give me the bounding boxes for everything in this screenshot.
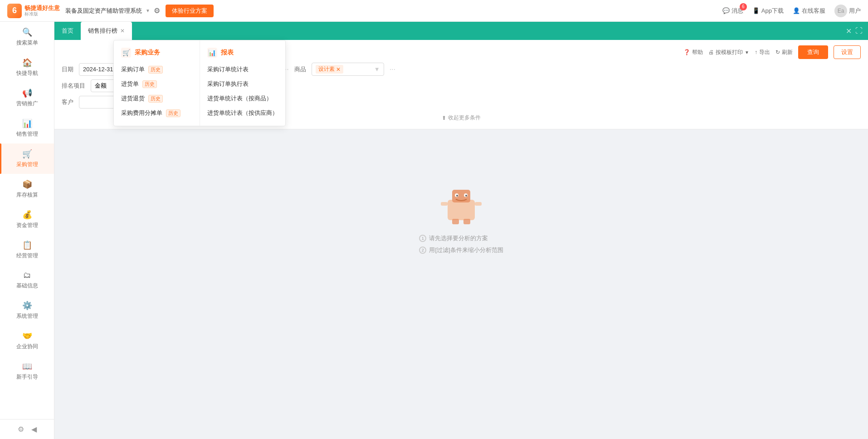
expense-badge: 历史 [166,109,180,117]
goods-select[interactable]: 设计素 ✕ ▼ [312,63,384,76]
main-layout: 🔍 搜索菜单 🏠 快捷导航 📢 营销推广 📊 销售管理 🛒 采购管理 📦 [0,22,868,439]
dropdown-item-expense[interactable]: 采购费用分摊单 历史 [114,106,200,120]
date-value: 2024-12-31 [83,66,113,73]
sidebar-item-purchase[interactable]: 🛒 采购管理 [0,143,54,174]
app-container: 6 畅捷通好生意 标准版 装备及固定资产辅助管理系统 ▼ ⚙ 体验行业方案 💬 … [0,0,868,439]
system-icon: ⚙️ [22,301,32,311]
system-dropdown-arrow[interactable]: ▼ [146,8,150,13]
cooperation-icon: 🤝 [22,331,32,341]
settings-btn[interactable]: 设置 [834,45,861,59]
sidebar-item-operations[interactable]: 📋 经营管理 [0,235,54,265]
sidebar-label-cooperation: 企业协同 [16,343,38,350]
sidebar-label-operations: 经营管理 [16,252,38,260]
print-icon: 🖨 [708,49,714,55]
inbound-badge: 历史 [142,80,157,88]
sidebar-label-marketing: 营销推广 [16,100,38,108]
sidebar-collapse-btn[interactable]: ◀ [29,423,39,435]
sidebar-label-basic-info: 基础信息 [16,282,38,290]
logo-line1: 畅捷通好生意 [24,5,60,12]
print-btn[interactable]: 🖨 按模板打印 ▼ [708,49,749,56]
tab-maximize-icon[interactable]: ⛶ [855,27,863,35]
inbound-stats-goods-label: 进货单统计表（按商品） [207,94,272,103]
print-dropdown-arrow[interactable]: ▼ [745,50,749,55]
expense-label: 采购费用分摊单 [121,109,162,117]
top-bar-right: 💬 消息 6 📱 App下载 👤 在线客服 Ea 用户 [722,5,861,17]
purchase-header-icon: 🛒 [121,48,131,58]
dropdown-item-return[interactable]: 进货退货 历史 [114,91,200,106]
operations-icon: 📋 [22,240,32,250]
sidebar-label-inventory: 库存核算 [16,191,38,199]
return-badge: 历史 [148,95,163,103]
sidebar-item-marketing[interactable]: 📢 营销推广 [0,83,54,113]
sidebar-item-system[interactable]: ⚙️ 系统管理 [0,295,54,326]
goods-dropdown: ▼ [374,66,380,73]
tab-home[interactable]: 首页 [54,22,81,40]
logo-line2: 标准版 [24,11,60,17]
user-item[interactable]: Ea 用户 [834,5,861,17]
search-icon: 🔍 [22,27,32,37]
export-btn[interactable]: ↑ 导出 [755,49,770,56]
sidebar-label-purchase: 采购管理 [16,161,38,168]
purchase-section-title: 采购业务 [135,49,160,57]
empty-hint-2: 2 用[过滤]条件来缩小分析范围 [419,246,503,254]
dropdown-purchase-col: 🛒 采购业务 采购订单 历史 进货单 历史 进货退货 历史 [114,40,200,126]
app-download-item[interactable]: 📱 App下载 [752,7,784,15]
sales-icon: 📊 [22,118,32,128]
sidebar-item-quick-nav[interactable]: 🏠 快捷导航 [0,52,54,83]
sidebar-item-sales[interactable]: 📊 销售管理 [0,113,54,143]
collapse-label: 收起更多条件 [448,114,481,122]
tab-home-label: 首页 [62,27,73,35]
online-service-item[interactable]: 👤 在线客服 [793,7,825,15]
dropdown-item-purchase-order-stats[interactable]: 采购订单统计表 [200,62,286,77]
refresh-btn[interactable]: ↻ 刷新 [775,49,793,56]
sidebar-item-inventory[interactable]: 📦 库存核算 [0,174,54,204]
sidebar-item-guide[interactable]: 📖 新手引导 [0,356,54,386]
help-icon: ❓ [683,49,690,55]
user-initials: Ea [838,8,844,14]
settings-icon[interactable]: ⚙ [154,6,160,15]
tab-close-icon[interactable]: ✕ [120,28,125,34]
svg-point-5 [465,195,467,197]
tab-close-window-icon[interactable]: ✕ [846,27,852,35]
svg-rect-6 [452,219,459,224]
purchase-order-exec-label: 采购订单执行表 [207,80,249,88]
report-header-icon: 📊 [207,48,217,58]
dropdown-report-col: 📊 报表 采购订单统计表 采购订单执行表 进货单统计表（按商品） 进货单统计表（… [200,40,286,126]
dropdown-item-inbound[interactable]: 进货单 历史 [114,77,200,91]
purchase-icon: 🛒 [22,149,32,159]
query-btn[interactable]: 查询 [798,45,828,59]
purchase-order-stats-label: 采购订单统计表 [207,65,249,74]
hint1-dot: 1 [419,235,426,242]
purchase-order-badge: 历史 [148,66,163,74]
empty-illustration [439,186,484,227]
industry-btn[interactable]: 体验行业方案 [166,5,214,17]
report-section-title: 报表 [221,49,234,57]
refresh-icon: ↻ [775,49,780,55]
hint2-dot: 2 [419,247,426,254]
tab-sales-rank[interactable]: 销售排行榜 ✕ [81,22,132,40]
dropdown-item-inbound-stats-supplier[interactable]: 进货单统计表（按供应商） [200,106,286,120]
sidebar-label-quick-nav: 快捷导航 [16,69,38,77]
sidebar-item-basic-info[interactable]: 🗂 基础信息 [0,265,54,295]
sidebar-label-search: 搜索菜单 [16,39,38,47]
messages-item[interactable]: 💬 消息 6 [722,7,743,15]
sidebar-label-sales: 销售管理 [16,130,38,138]
logo-icon: 6 [7,4,22,18]
goods-tag-close[interactable]: ✕ [336,66,341,73]
sidebar-bottom: ⚙ ◀ [0,419,54,439]
customer-label: 客户 [62,98,73,106]
dropdown-item-purchase-order[interactable]: 采购订单 历史 [114,62,200,77]
dropdown-item-purchase-order-exec[interactable]: 采购订单执行表 [200,77,286,91]
dropdown-item-inbound-stats-goods[interactable]: 进货单统计表（按商品） [200,91,286,106]
sidebar-label-system: 系统管理 [16,312,38,320]
help-btn[interactable]: ❓ 帮助 [683,49,703,56]
sidebar: 🔍 搜索菜单 🏠 快捷导航 📢 营销推广 📊 销售管理 🛒 采购管理 📦 [0,22,54,439]
sidebar-item-finance[interactable]: 💰 资金管理 [0,204,54,235]
sidebar-settings-btn[interactable]: ⚙ [16,423,26,435]
message-icon: 💬 [722,7,730,14]
purchase-order-label: 采购订单 [121,65,145,74]
sidebar-item-search[interactable]: 🔍 搜索菜单 [0,22,54,52]
inventory-icon: 📦 [22,179,32,189]
finance-icon: 💰 [22,210,32,220]
sidebar-item-cooperation[interactable]: 🤝 企业协同 [0,326,54,356]
